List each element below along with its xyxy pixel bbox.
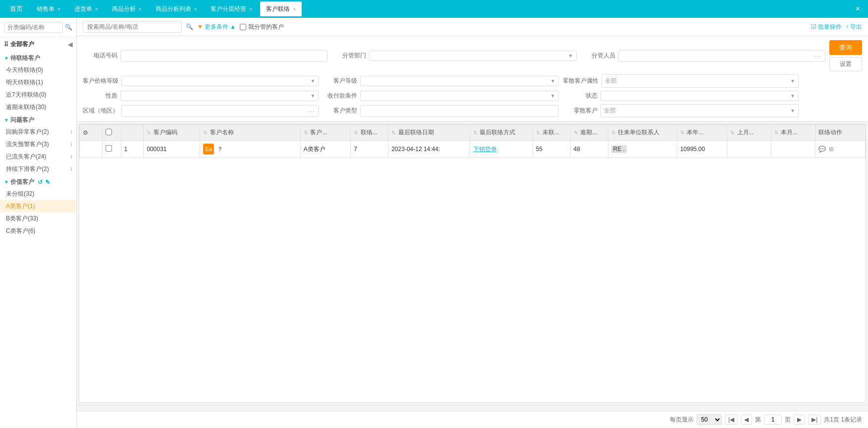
close-customer-contact-tab[interactable]: × xyxy=(293,6,296,12)
my-customers-checkbox[interactable]: 我分管的客户 xyxy=(240,23,284,31)
th-name[interactable]: ⇅ 客户名称 xyxy=(200,125,301,141)
nav-tab-analysis-list[interactable]: 商品分析列表 × xyxy=(150,1,203,16)
customer-type-input[interactable] xyxy=(360,105,558,117)
region-more-icon[interactable]: ··· xyxy=(307,107,315,114)
status-select[interactable]: ▼ xyxy=(600,91,799,101)
page-number-input[interactable] xyxy=(764,415,782,425)
filter-search-icon[interactable]: 🔍 xyxy=(186,23,193,30)
name-initial-badge: Ea xyxy=(203,144,214,155)
sidebar-item-repurchase-abnormal[interactable]: 回购异常客户(2) ℹ xyxy=(0,126,76,138)
td-settings xyxy=(80,141,103,158)
price-level-select[interactable]: ▼ xyxy=(121,76,319,86)
settings-button[interactable]: 设置 xyxy=(829,57,862,71)
gear-icon[interactable]: ⚙ xyxy=(83,129,88,136)
nav-tab-sales[interactable]: 销售单 × xyxy=(31,1,66,16)
prev-page-button[interactable]: ◀ xyxy=(741,415,752,425)
batch-op-button[interactable]: ☑ 批量操作 xyxy=(811,23,842,31)
th-no-contact[interactable]: ⇅ 未联... xyxy=(533,125,570,141)
sidebar-item-unclassified[interactable]: 未分组(32) xyxy=(0,188,76,200)
page-label: 第 xyxy=(755,416,761,424)
sidebar-item-class-b[interactable]: B类客户(33) xyxy=(0,213,76,225)
customer-level-select[interactable]: ▼ xyxy=(360,76,558,86)
per-page-select[interactable]: 50 100 200 xyxy=(697,414,722,425)
th-level[interactable]: ⇅ 客户... xyxy=(300,125,350,141)
filter-search-input[interactable] xyxy=(83,21,182,33)
filter-field-phone: 电话号码 xyxy=(83,50,327,62)
th-last-contact-type[interactable]: ⇅ 最后联络方式 xyxy=(470,125,533,141)
query-button[interactable]: 查询 xyxy=(829,40,862,55)
info-icon-1[interactable]: ℹ xyxy=(70,129,72,135)
horizontal-scrollbar[interactable] xyxy=(77,405,868,411)
export-button[interactable]: ↑ 导出 xyxy=(846,23,862,31)
dept-select[interactable]: ▼ xyxy=(369,51,576,61)
td-last-contact-type[interactable]: 下销货单 xyxy=(470,141,533,158)
last-page-button[interactable]: ▶| xyxy=(808,415,821,425)
my-customers-checkbox-input[interactable] xyxy=(240,24,246,30)
window-close-button[interactable]: × xyxy=(852,4,864,13)
sidebar-item-7days-contact[interactable]: 近7天待联络(0) xyxy=(0,89,76,101)
nav-tab-customer-tier[interactable]: 客户分层经营 × xyxy=(205,1,258,16)
th-this-year[interactable]: ⇅ 本年... xyxy=(677,125,727,141)
next-page-button[interactable]: ▶ xyxy=(794,415,805,425)
close-customer-tier-tab[interactable]: × xyxy=(249,6,252,12)
region-select[interactable]: ··· xyxy=(121,105,319,117)
refresh-icon[interactable]: ↺ xyxy=(38,179,43,186)
filter-field-manager: 分管人员 ··· xyxy=(581,50,825,62)
more-conditions-button[interactable]: ▼ 更多条件 ▲ xyxy=(197,23,236,31)
payment-select[interactable]: ▼ xyxy=(360,91,558,101)
close-sales-tab[interactable]: × xyxy=(57,6,60,12)
th-this-month[interactable]: ⇅ 本月... xyxy=(771,125,815,141)
th-settings[interactable]: ⚙ xyxy=(80,125,103,141)
sidebar-item-today-contact[interactable]: 今天待联络(0) xyxy=(0,64,76,76)
th-unit-contact[interactable]: ⇅ 往来单位联系人 xyxy=(608,125,677,141)
sidebar-search-area: 🔍 xyxy=(0,18,76,37)
sidebar-item-class-c[interactable]: C类客户(6) xyxy=(0,225,76,237)
sidebar-search-input[interactable] xyxy=(4,22,63,33)
sidebar-item-overdue-contact[interactable]: 逾期未联络(30) xyxy=(0,101,76,113)
th-overdue[interactable]: ⇅ 逾期... xyxy=(570,125,608,141)
sidebar-item-churned[interactable]: 已流失客户(24) ℹ xyxy=(0,151,76,163)
th-last-contact-date[interactable]: ⇅ 最后联络日期 xyxy=(388,125,470,141)
td-index: 1 xyxy=(121,141,144,158)
retail-customer-select[interactable]: 全部 ▼ xyxy=(600,104,799,117)
edit-value-icon[interactable]: ✎ xyxy=(45,179,50,186)
nav-tab-analysis[interactable]: 商品分析 × xyxy=(106,1,148,16)
nav-tab-purchase[interactable]: 进货单 × xyxy=(68,1,104,16)
manager-select[interactable]: ··· xyxy=(618,50,825,62)
sidebar-item-declining[interactable]: 持续下滑客户(2) ℹ xyxy=(0,163,76,175)
filter-field-customer-type: 客户类型 xyxy=(323,105,558,117)
grid-action-icon[interactable]: ⊞ xyxy=(829,146,834,153)
sidebar-item-churn-warning[interactable]: 流失预警客户(3) ℹ xyxy=(0,138,76,151)
close-analysis-tab[interactable]: × xyxy=(139,6,142,12)
sidebar-search-icon[interactable]: 🔍 xyxy=(65,24,72,31)
nav-tab-customer-contact[interactable]: 客户联络 × xyxy=(260,1,302,16)
select-all-checkbox[interactable] xyxy=(106,129,112,135)
chat-action-icon[interactable]: 💬 xyxy=(818,146,826,153)
retail-attr-select[interactable]: 全部 ▼ xyxy=(601,74,799,88)
sidebar-item-class-a[interactable]: A类客户(1) xyxy=(0,200,76,213)
info-icon-4[interactable]: ℹ xyxy=(70,166,72,172)
sidebar-all-customers[interactable]: ⠿ 全部客户 ◀ xyxy=(0,37,76,52)
manager-more-icon[interactable]: ··· xyxy=(814,53,822,59)
info-icon-3[interactable]: ℹ xyxy=(70,154,72,160)
info-icon-2[interactable]: ℹ xyxy=(70,141,72,148)
th-checkbox[interactable] xyxy=(102,125,121,141)
nav-tab-home[interactable]: 首页 xyxy=(4,2,29,15)
close-purchase-tab[interactable]: × xyxy=(95,6,98,12)
sidebar-value-header[interactable]: ▼ 价值客户 ↺ ✎ xyxy=(0,175,76,188)
row-checkbox[interactable] xyxy=(106,145,112,152)
th-code[interactable]: ⇅ 客户编码 xyxy=(144,125,200,141)
th-last-month[interactable]: ⇅ 上月... xyxy=(727,125,771,141)
th-index xyxy=(121,125,144,141)
sidebar-problem-header[interactable]: ▼ 问题客户 xyxy=(0,113,76,126)
nature-select[interactable]: ▼ xyxy=(120,91,319,101)
close-analysis-list-tab[interactable]: × xyxy=(194,6,197,12)
th-contact[interactable]: ⇅ 联络... xyxy=(351,125,388,141)
top-actions: ☑ 批量操作 ↑ 导出 xyxy=(811,23,862,31)
first-page-button[interactable]: |◀ xyxy=(725,415,738,425)
td-checkbox[interactable] xyxy=(102,141,121,158)
sidebar-pending-header[interactable]: ▼ 待联络客户 xyxy=(0,52,76,64)
phone-input[interactable] xyxy=(120,50,327,62)
sidebar-item-tomorrow-contact[interactable]: 明天待联络(1) xyxy=(0,76,76,89)
last-contact-type-link[interactable]: 下销货单 xyxy=(473,146,497,153)
